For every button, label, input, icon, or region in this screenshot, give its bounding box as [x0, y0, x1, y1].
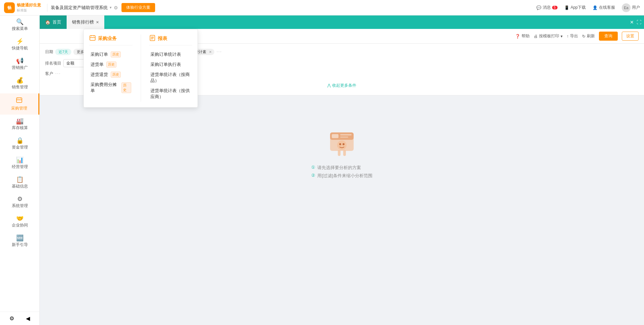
quick-icon: ⚡	[16, 38, 24, 44]
svg-rect-5	[332, 134, 338, 138]
tab-bar: 🏠 首页 销售排行榜 ✕ ✕ ⛶	[40, 15, 644, 29]
message-label: 消息	[543, 5, 551, 10]
print-btn[interactable]: 🖨 按模板打印 ▾	[534, 33, 563, 39]
sidebar-label-system: 系统管理	[12, 203, 28, 209]
help-label: 帮助	[522, 33, 530, 39]
dropdown-item-po-stat[interactable]: 采购订单统计表	[149, 49, 192, 59]
sidebar-label-capital: 资金管理	[12, 145, 28, 150]
svg-rect-13	[90, 36, 95, 40]
settings-btn[interactable]: 设置	[622, 32, 639, 41]
sidebar-item-guide[interactable]: 🆕 新手引导	[0, 232, 39, 251]
industry-btn[interactable]: 体验行业方案	[121, 3, 155, 12]
sidebar-item-capital[interactable]: 🔒 资金管理	[0, 134, 39, 154]
marketing-icon: 📢	[16, 58, 24, 64]
online-service-label: 在线客服	[599, 5, 615, 10]
collapse-sidebar-icon[interactable]: ◀	[26, 315, 30, 322]
sidebar-item-marketing[interactable]: 📢 营销推广	[0, 54, 39, 74]
collapse-icon: ⋀	[327, 83, 331, 88]
dropdown-item-receipt-stat-goods[interactable]: 进货单统计表（按商品）	[149, 70, 192, 86]
search-icon: 🔍	[16, 19, 24, 25]
dropdown-report-title: 报表	[149, 35, 192, 45]
user-label: 用户	[632, 5, 640, 10]
date-preset-7days[interactable]: 近7天	[55, 49, 71, 55]
tab-home[interactable]: 🏠 首页	[40, 15, 67, 29]
guide-icon: 🆕	[16, 235, 24, 241]
message-badge: 5	[552, 6, 558, 9]
empty-illustration	[320, 122, 364, 159]
message-btn[interactable]: 💬 消息 5	[536, 5, 558, 10]
svg-point-8	[337, 140, 347, 150]
sidebar-item-system[interactable]: ⚙ 系统管理	[0, 193, 39, 212]
svg-rect-12	[343, 150, 346, 156]
export-label: 导出	[570, 33, 578, 39]
sidebar-label-sales: 销售管理	[12, 84, 28, 90]
sidebar-label-operations: 经营管理	[12, 164, 28, 170]
hint1-circle: ①	[311, 165, 315, 170]
user-area[interactable]: Ea 用户	[622, 3, 640, 12]
customer-dots[interactable]: ···	[55, 71, 61, 77]
sidebar-item-basic[interactable]: 📋 基础信息	[0, 173, 39, 193]
settings-icon[interactable]: ⚙	[9, 315, 14, 322]
date-label: 日期	[45, 49, 53, 55]
sidebar-item-cooperation[interactable]: 🤝 企业协同	[0, 212, 39, 232]
sidebar-item-inventory[interactable]: 🏭 库存核算	[0, 115, 39, 134]
sidebar-label-basic: 基础信息	[12, 184, 28, 189]
dropdown-item-receipt-stat-supplier[interactable]: 进货单统计表（按供应商）	[149, 86, 192, 102]
print-label: 按模板打印	[539, 33, 559, 39]
maximize-icon[interactable]: ⛶	[637, 19, 641, 25]
report-col-icon	[149, 35, 156, 42]
logo-brand: 畅捷通好生意	[17, 2, 41, 8]
gear-icon[interactable]: ⚙	[114, 5, 118, 10]
dropdown-item-po-exec[interactable]: 采购订单执行表	[149, 59, 192, 70]
help-btn[interactable]: ❓ 帮助	[515, 33, 530, 39]
dropdown-item-po[interactable]: 采购订单 历史	[89, 49, 133, 59]
help-icon: ❓	[515, 34, 520, 39]
sidebar-item-purchase[interactable]: 采购管理	[0, 93, 39, 115]
sidebar-item-quick[interactable]: ⚡ 快捷导航	[0, 35, 39, 54]
dropdown-item-expense-label: 采购费用分摊单	[91, 82, 119, 94]
sidebar-item-operations[interactable]: 📊 经营管理	[0, 154, 39, 173]
sidebar-item-search[interactable]: 🔍 搜索菜单	[0, 15, 39, 35]
app-download-btn[interactable]: 📱 App下载	[564, 5, 586, 10]
sidebar-item-sales[interactable]: 💰 销售管理	[0, 74, 39, 93]
dropdown-item-receipt[interactable]: 进货单 历史	[89, 59, 133, 70]
divider1	[47, 4, 47, 12]
tab-bar-right: ✕ ⛶	[630, 15, 644, 29]
dropdown-item-return-label: 进货退货	[91, 72, 108, 78]
sidebar-label-quick: 快捷导航	[12, 45, 28, 51]
dropdown-arrow-icon[interactable]: ▾	[110, 5, 112, 10]
close-tab-icon[interactable]: ✕	[630, 19, 634, 25]
avatar: Ea	[622, 3, 631, 12]
header-right: 💬 消息 5 📱 App下载 👤 在线客服 Ea 用户	[536, 3, 640, 12]
home-icon: 🏠	[45, 20, 50, 25]
goods-tag-close[interactable]: ✕	[209, 50, 212, 54]
purchase-icon	[16, 97, 23, 105]
svg-text:畅: 畅	[7, 5, 11, 10]
dropdown-item-receipt-label: 进货单	[91, 62, 104, 68]
refresh-btn[interactable]: ↻ 刷新	[582, 33, 595, 39]
inventory-icon: 🏭	[16, 118, 24, 124]
tab-sales-rank-label: 销售排行榜	[72, 19, 94, 25]
export-btn[interactable]: ↑ 导出	[567, 33, 578, 39]
dropdown-purchase-col: 采购业务 采购订单 历史 进货单 历史 进货退货 历史	[89, 35, 133, 102]
refresh-icon: ↻	[582, 34, 585, 39]
svg-rect-7	[340, 136, 348, 138]
dropdown-item-return[interactable]: 进货退货 历史	[89, 70, 133, 80]
empty-hint-1: ① 请先选择要分析的方案	[311, 165, 372, 171]
goods-dots[interactable]: ···	[216, 49, 222, 55]
sidebar-label-purchase: 采购管理	[11, 106, 27, 111]
system-icon: ⚙	[17, 196, 23, 202]
logo-area: 畅 畅捷通好生意 标准版	[4, 2, 44, 13]
query-btn[interactable]: 查询	[599, 32, 618, 41]
app-download-label: App下载	[571, 5, 586, 10]
sidebar-label-inventory: 库存核算	[12, 125, 28, 131]
tab-sales-rank[interactable]: 销售排行榜 ✕	[67, 15, 104, 29]
sidebar-label-marketing: 营销推广	[12, 65, 28, 71]
logo-icon: 畅	[4, 2, 15, 13]
operations-icon: 📊	[16, 157, 24, 163]
system-title-text: 装备及固定资产辅助管理系统	[51, 5, 108, 11]
online-service-btn[interactable]: 👤 在线客服	[593, 5, 615, 10]
receipt-hist-badge: 历史	[106, 62, 116, 68]
tab-close-icon[interactable]: ✕	[96, 20, 99, 25]
dropdown-item-expense[interactable]: 采购费用分摊单 历史	[89, 80, 133, 96]
